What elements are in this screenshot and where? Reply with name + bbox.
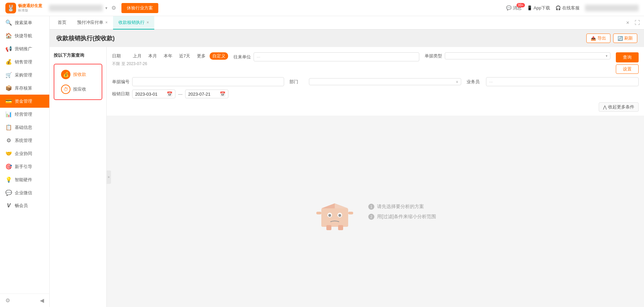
empty-tip-1-text: 请先选择要分析的方案 (377, 204, 424, 210)
collapse-conditions-button[interactable]: ⋀ 收起更多条件 (599, 102, 639, 112)
filter-panel-title: 按以下方案查询 (54, 51, 102, 60)
search-row-1: 日期 上月 本月 本年 近7天 更多 自定义 不限 至 2023-07-26 (112, 52, 639, 74)
empty-tips: 1 请先选择要分析的方案 2 用[过滤]条件来缩小分析范围 (368, 204, 436, 220)
refresh-icon: 🔄 (618, 36, 623, 41)
voucher-type-select[interactable]: ▾ (445, 52, 610, 59)
staff-input[interactable]: ··· (486, 77, 639, 86)
sidebar-item-purchase[interactable]: 🛒 采购管理 (0, 68, 49, 82)
wechat-icon: 💬 (5, 190, 12, 196)
sidebar-item-label: 快捷导航 (15, 33, 32, 39)
svg-rect-0 (321, 208, 348, 227)
svg-rect-8 (338, 225, 343, 230)
date-group: 日期 上月 本月 本年 近7天 更多 自定义 不限 至 2023-07-26 (112, 52, 228, 67)
counterparty-label: 往来单位 (233, 54, 251, 60)
calendar-start-icon: 📅 (167, 91, 172, 97)
refresh-button[interactable]: 🔄 刷新 (613, 34, 637, 43)
svg-rect-6 (348, 212, 353, 214)
filter-panel-collapse-button[interactable]: » (106, 170, 111, 184)
app-edition: 标准版 (18, 8, 42, 12)
empty-tip-1: 1 请先选择要分析的方案 (368, 204, 436, 210)
basic-info-icon: 📋 (5, 124, 12, 131)
industry-solution-button[interactable]: 休验行业方案 (121, 3, 158, 13)
writeoff-date-end-input[interactable] (188, 92, 218, 97)
sidebar-item-enterprise[interactable]: 🤝 企业协同 (0, 147, 49, 160)
sidebar-item-wechat[interactable]: 💬 企业微信 (0, 186, 49, 199)
sidebar-item-hardware[interactable]: 💡 智能硬件 (0, 173, 49, 186)
tabbar-close-all-icon[interactable]: × (625, 19, 631, 27)
tab-writeoff[interactable]: 收款核销执行 × (113, 16, 154, 30)
date-custom-button[interactable]: 自定义 (210, 52, 228, 60)
voucher-type-arrow-icon: ▾ (606, 54, 607, 58)
messages-button[interactable]: 💬 消息 99+ (506, 5, 522, 11)
operation-icon: 📊 (5, 111, 12, 117)
sidebar-item-label: 基础信息 (15, 124, 32, 131)
date-7days-button[interactable]: 近7天 (176, 52, 193, 60)
tabbar-actions: × ⛶ (625, 19, 641, 27)
data-area: 1 请先选择要分析的方案 2 用[过滤]条件来缩小分析范围 (107, 116, 644, 307)
sidebar-item-system[interactable]: ⚙ 系统管理 (0, 134, 49, 147)
topbar-center: ▾ ⚙ 休验行业方案 (49, 3, 506, 13)
chevron-down-icon[interactable]: ▾ (105, 6, 107, 10)
dept-select[interactable]: ∨ (309, 78, 462, 85)
chat-icon: 💬 (506, 5, 512, 10)
counterparty-input[interactable]: ··· (254, 52, 419, 61)
tab-prepay[interactable]: 预付冲应付单 × (72, 16, 113, 30)
gear-icon[interactable]: ⚙ (111, 5, 116, 11)
voucher-num-input[interactable] (132, 77, 284, 86)
date-hint: 至 2023-07-26 (121, 61, 147, 67)
sidebar: 🔍 搜索菜单 🏠 快捷导航 📢 营销推广 💰 销售管理 🛒 采购管理 📦 库存核… (0, 16, 50, 307)
export-button[interactable]: 📤 导出 (586, 34, 610, 43)
receivable-filter-icon: ⏱ (61, 85, 70, 94)
phone-icon: 📱 (527, 5, 532, 10)
app-download-label: App下载 (534, 5, 550, 11)
filter-option-by-receipt[interactable]: 💰 按收款 (57, 67, 99, 82)
sidebar-bottom: ⚙ ◀ (0, 294, 49, 307)
app-download-button[interactable]: 📱 App下载 (527, 5, 550, 11)
sidebar-item-finance[interactable]: 💳 资金管理 (0, 95, 49, 108)
purchase-icon: 🛒 (5, 72, 12, 78)
tip-num-2: 2 (368, 214, 374, 220)
writeoff-date-end-field[interactable]: 📅 (185, 90, 228, 98)
counterparty-group: 往来单位 ··· (233, 52, 419, 61)
filter-option-receivable-label: 按应收 (73, 86, 86, 92)
export-icon: 📤 (591, 36, 596, 41)
sidebar-item-operation[interactable]: 📊 经营管理 (0, 108, 49, 121)
query-button[interactable]: 查询 (616, 52, 639, 62)
sidebar-item-label: 采购管理 (15, 72, 32, 78)
svg-point-4 (338, 214, 341, 217)
tab-prepay-close-icon[interactable]: × (105, 20, 108, 25)
sidebar-item-basic-info[interactable]: 📋 基础信息 (0, 121, 49, 134)
tab-writeoff-label: 收款核销执行 (118, 19, 145, 25)
search-icon: 🔍 (5, 19, 12, 26)
writeoff-date-start-input[interactable] (135, 92, 165, 97)
sidebar-collapse-icon[interactable]: ◀ (40, 297, 44, 304)
settings-button[interactable]: 设置 (616, 64, 639, 74)
empty-illustration (315, 192, 355, 232)
tab-writeoff-close-icon[interactable]: × (147, 20, 149, 25)
date-this-year-button[interactable]: 本年 (161, 52, 175, 60)
filter-option-by-receivable[interactable]: ⏱ 按应收 (57, 82, 99, 97)
date-this-month-button[interactable]: 本月 (146, 52, 160, 60)
sidebar-item-label: 新手引导 (15, 164, 32, 170)
staff-group: 业务员 ··· (467, 77, 639, 86)
online-service-button[interactable]: 🎧 在线客服 (555, 5, 580, 11)
bottom-gear-icon[interactable]: ⚙ (5, 297, 10, 304)
tabbar-expand-icon[interactable]: ⛶ (633, 19, 641, 27)
sidebar-item-sales[interactable]: 💰 销售管理 (0, 55, 49, 68)
sidebar-item-guide[interactable]: 🎯 新手引导 (0, 160, 49, 173)
sidebar-item-member[interactable]: V 畅会员 (0, 199, 49, 212)
date-more-button[interactable]: 更多 (194, 52, 208, 60)
sidebar-item-label: 智能硬件 (15, 177, 32, 183)
sidebar-item-search-menu[interactable]: 🔍 搜索菜单 (0, 16, 49, 29)
date-last-month-button[interactable]: 上月 (130, 52, 144, 60)
sidebar-item-label: 畅会员 (15, 203, 28, 209)
sidebar-item-label: 经营管理 (15, 111, 32, 117)
hardware-icon: 💡 (5, 176, 12, 183)
search-row-3: 核销日期 📅 — 📅 (112, 90, 639, 98)
main-content: 首页 预付冲应付单 × 收款核销执行 × × ⛶ 收款核销执行(按收款) 📤 导… (50, 16, 644, 307)
tab-home[interactable]: 首页 (52, 16, 72, 30)
writeoff-date-start-field[interactable]: 📅 (132, 90, 175, 98)
sidebar-item-marketing[interactable]: 📢 营销推广 (0, 42, 49, 55)
sidebar-item-inventory[interactable]: 📦 库存核算 (0, 82, 49, 95)
sidebar-item-quick-nav[interactable]: 🏠 快捷导航 (0, 29, 49, 42)
